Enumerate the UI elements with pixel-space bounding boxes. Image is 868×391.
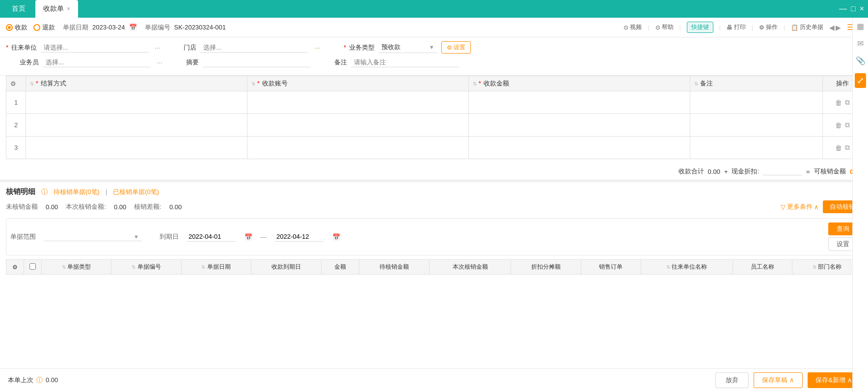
salesperson-more-btn[interactable]: ··· bbox=[157, 58, 163, 66]
tab-home[interactable]: 首页 bbox=[4, 0, 33, 18]
discard-btn[interactable]: 放弃 bbox=[715, 372, 749, 388]
bottom-th-discount: 折扣分摊额 bbox=[511, 260, 581, 275]
total-label: 收款合计 bbox=[678, 167, 704, 176]
remark-input[interactable] bbox=[351, 57, 459, 67]
table-row: 1 🗑 ⧉ bbox=[6, 91, 862, 114]
print-btn[interactable]: 🖶 打印 bbox=[727, 23, 746, 31]
tab-active[interactable]: 收款单 × bbox=[35, 0, 78, 18]
sidebar-attach-icon[interactable]: 📎 bbox=[856, 56, 866, 65]
row-1-amount[interactable] bbox=[469, 91, 690, 114]
counterpart-more-btn[interactable]: ··· bbox=[155, 44, 161, 52]
footer: 本单上次 ⓘ 0.00 放弃 保存草稿 ∧ 保存&新增 ∧ bbox=[0, 368, 868, 391]
doc-date-value: 2023-03-24 bbox=[92, 24, 125, 31]
radio-tuikuan-label: 退款 bbox=[42, 23, 55, 32]
row-2-remark[interactable] bbox=[690, 114, 823, 137]
row-3-account[interactable] bbox=[247, 137, 469, 159]
ops-btn[interactable]: ⚙ 操作 bbox=[759, 23, 778, 31]
select-all-checkbox[interactable] bbox=[29, 263, 36, 270]
due-date-start-input[interactable] bbox=[187, 232, 236, 242]
form-row-1: * 往来单位 ··· 门店 ··· * 业务类型 预收款 ▼ ⚙ 设置 bbox=[6, 41, 862, 54]
doc-date-calendar-icon[interactable]: 📅 bbox=[129, 24, 137, 31]
sidebar-mail-icon[interactable]: ✉ bbox=[857, 39, 864, 48]
discount-input[interactable] bbox=[763, 168, 802, 175]
row-3-delete-icon[interactable]: 🗑 bbox=[835, 144, 842, 152]
total-value: 0.00 bbox=[708, 168, 720, 175]
remark-label: 备注 bbox=[334, 58, 347, 67]
chevron-up-icon: ∧ bbox=[814, 203, 819, 211]
bottom-th-gear[interactable]: ⚙ bbox=[6, 260, 24, 275]
summary-input[interactable] bbox=[203, 57, 311, 67]
row-2-settle[interactable] bbox=[26, 114, 247, 137]
tab-close-icon[interactable]: × bbox=[67, 5, 70, 12]
row-2-amount[interactable] bbox=[469, 114, 690, 137]
shortcut-btn[interactable]: 快捷键 bbox=[687, 22, 713, 33]
row-1-delete-icon[interactable]: 🗑 bbox=[835, 99, 842, 107]
verif-info-icon[interactable]: ⓘ bbox=[41, 188, 48, 196]
gear-icon: ⚙ bbox=[447, 44, 452, 51]
right-sidebar: ▦ ✉ 📎 ⤢ bbox=[852, 18, 868, 391]
row-2-account[interactable] bbox=[247, 114, 469, 137]
minimize-icon[interactable]: — bbox=[839, 4, 847, 13]
doc-type-radio-group: 收款 退款 bbox=[6, 23, 55, 32]
store-more-btn[interactable]: ··· bbox=[314, 44, 320, 52]
row-2-copy-icon[interactable]: ⧉ bbox=[845, 121, 850, 129]
row-1-copy-icon[interactable]: ⧉ bbox=[845, 98, 850, 107]
help-btn[interactable]: ⊙ 帮助 bbox=[655, 23, 674, 31]
row-1-settle[interactable] bbox=[26, 91, 247, 114]
bottom-th-pending-verif: 待核销金额 bbox=[359, 260, 429, 275]
row-3-amount[interactable] bbox=[469, 137, 690, 159]
plus-sign: + bbox=[724, 168, 728, 175]
row-1-account[interactable] bbox=[247, 91, 469, 114]
verify-label: 可核销金额 bbox=[814, 167, 846, 176]
radio-shoukuan-label: 收款 bbox=[15, 23, 27, 32]
setting-btn[interactable]: ⚙ 设置 bbox=[441, 41, 471, 54]
th-amount: ⇅ * 收款金额 bbox=[469, 76, 690, 91]
pending-tab[interactable]: 待核销单据(0笔) bbox=[54, 188, 100, 196]
row-1-remark[interactable] bbox=[690, 91, 823, 114]
store-input[interactable] bbox=[200, 43, 308, 53]
more-filter-btn[interactable]: ▽ 更多条件 ∧ bbox=[781, 202, 819, 211]
summary-label: 摘要 bbox=[186, 58, 199, 67]
nav-arrows: ◀ ▶ bbox=[829, 24, 841, 31]
row-2-delete-icon[interactable]: 🗑 bbox=[835, 121, 842, 129]
th-settle: ⇅ * 结算方式 bbox=[26, 76, 247, 91]
doc-no-value: SK-20230324-001 bbox=[174, 24, 226, 31]
store-label: 门店 bbox=[184, 43, 196, 52]
history-btn[interactable]: 📋 历史单据 bbox=[791, 23, 823, 31]
close-icon[interactable]: × bbox=[860, 4, 864, 13]
due-date-end-input[interactable] bbox=[274, 232, 324, 242]
radio-tuikuan[interactable]: 退款 bbox=[33, 23, 55, 32]
video-btn[interactable]: ⊙ 视频 bbox=[624, 23, 642, 31]
sidebar-table-icon[interactable]: ▦ bbox=[857, 22, 864, 31]
biz-type-value: 预收款 bbox=[381, 43, 401, 52]
verif-title: 核销明细 bbox=[6, 187, 35, 196]
done-tab[interactable]: 已核销单据(0笔) bbox=[113, 188, 159, 196]
save-draft-btn[interactable]: 保存草稿 ∧ bbox=[754, 372, 803, 388]
tab-bar: 首页 收款单 × — □ × bbox=[0, 0, 868, 18]
bottom-th-dept: ⇅ 部门名称 bbox=[792, 260, 862, 275]
row-3-remark[interactable] bbox=[690, 137, 823, 159]
maximize-icon[interactable]: □ bbox=[851, 4, 856, 13]
bottom-th-checkbox[interactable] bbox=[24, 260, 42, 275]
range-select[interactable]: ▼ bbox=[44, 233, 142, 241]
due-date-start-calendar-icon[interactable]: 📅 bbox=[244, 233, 252, 241]
row-3-settle[interactable] bbox=[26, 137, 247, 159]
diff-label: 核销差额: bbox=[134, 202, 162, 211]
doc-no-label: 单据编号 bbox=[145, 23, 170, 32]
verif-section: 核销明细 ⓘ 待核销单据(0笔) | 已核销单据(0笔) 未核销金额 0.00 … bbox=[0, 180, 868, 279]
th-account: ⇅ * 收款账号 bbox=[247, 76, 469, 91]
radio-shoukuan[interactable]: 收款 bbox=[6, 23, 27, 32]
diff-val: 0.00 bbox=[169, 203, 182, 211]
nav-next-icon[interactable]: ▶ bbox=[836, 24, 841, 31]
range-select-chevron-icon: ▼ bbox=[134, 234, 139, 240]
counterpart-input[interactable] bbox=[41, 43, 149, 53]
due-date-end-calendar-icon[interactable]: 📅 bbox=[332, 233, 340, 241]
th-gear[interactable]: ⚙ bbox=[6, 76, 26, 91]
bottom-th-counterpart: ⇅ 往来单位名称 bbox=[641, 260, 732, 275]
salesperson-input[interactable] bbox=[43, 57, 151, 67]
sidebar-expand-icon[interactable]: ⤢ bbox=[855, 73, 866, 88]
row-3-copy-icon[interactable]: ⧉ bbox=[845, 143, 850, 152]
biz-type-select[interactable]: 预收款 ▼ bbox=[379, 42, 437, 53]
nav-prev-icon[interactable]: ◀ bbox=[829, 24, 835, 31]
last-info-icon[interactable]: ⓘ bbox=[36, 376, 43, 385]
